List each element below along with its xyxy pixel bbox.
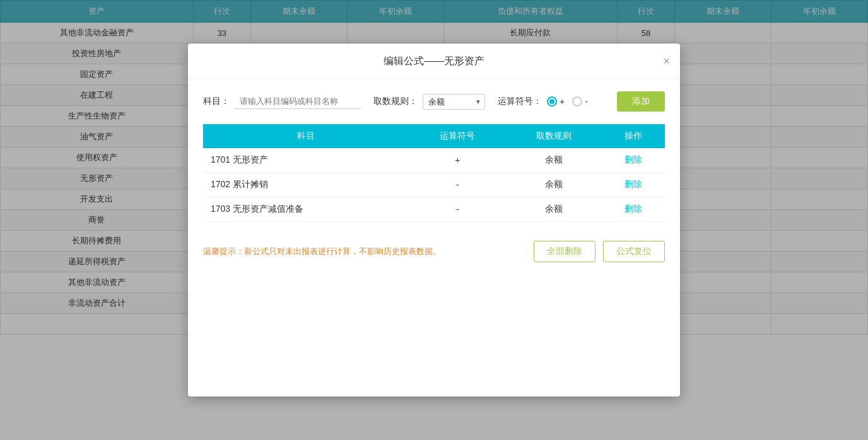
minus-radio-label: - — [585, 96, 588, 107]
formula-column-header: 运算符号 — [409, 124, 506, 148]
data-table-container: 科目运算符号取数规则操作 1701 无形资产+余额删除1702 累计摊销-余额删… — [203, 124, 665, 222]
delete-row-button[interactable]: 删除 — [625, 154, 642, 166]
rule-select-wrapper: 余额 借方发生额 贷方发生额 — [423, 94, 485, 110]
formula-action-cell: 删除 — [602, 173, 665, 197]
modal-dialog: 编辑公式——无形资产 × 科目： 取数规则： 余额 借方发生额 贷方发生额 — [188, 43, 680, 397]
formula-table: 科目运算符号取数规则操作 1701 无形资产+余额删除1702 累计摊销-余额删… — [203, 124, 665, 222]
rule-select[interactable]: 余额 借方发生额 贷方发生额 — [423, 94, 485, 110]
rule-label: 取数规则： — [373, 96, 418, 107]
operator-plus-radio[interactable]: + — [547, 96, 565, 107]
subject-label: 科目： — [203, 96, 230, 107]
minus-radio-circle — [572, 96, 582, 107]
footer-tip: 温馨提示：新公式只对未出报表进行计算，不影响历史报表数据。 — [203, 246, 441, 257]
formula-rule-cell: 余额 — [506, 148, 602, 173]
delete-all-button[interactable]: 全部删除 — [534, 241, 595, 262]
operator-radio-group: + - — [547, 96, 588, 107]
formula-operator-cell: + — [409, 148, 506, 173]
operator-minus-radio[interactable]: - — [572, 96, 588, 107]
plus-radio-circle — [547, 96, 557, 107]
footer-tip-text: 温馨提示：新公式只对未出报表进行计算，不影响历史报表数据。 — [203, 246, 441, 256]
formula-row: 1701 无形资产+余额删除 — [203, 148, 665, 173]
formula-table-body: 1701 无形资产+余额删除1702 累计摊销-余额删除1703 无形资产减值准… — [203, 148, 665, 222]
formula-row: 1702 累计摊销-余额删除 — [203, 173, 665, 197]
modal-title: 编辑公式——无形资产 — [384, 55, 484, 68]
rule-field-group: 取数规则： 余额 借方发生额 贷方发生额 — [373, 94, 485, 110]
formula-action-cell: 删除 — [602, 148, 665, 173]
add-button[interactable]: 添加 — [617, 91, 665, 112]
delete-row-button[interactable]: 删除 — [625, 204, 642, 215]
operator-label: 运算符号： — [498, 96, 542, 107]
delete-row-button[interactable]: 删除 — [625, 179, 642, 190]
modal-header: 编辑公式——无形资产 × — [188, 43, 680, 79]
footer-buttons: 全部删除 公式复位 — [534, 241, 665, 262]
subject-input[interactable] — [235, 94, 361, 109]
operator-field-group: 运算符号： + - — [498, 96, 588, 107]
formula-column-header: 取数规则 — [506, 124, 602, 148]
formula-subject-cell: 1701 无形资产 — [203, 148, 409, 173]
formula-table-header: 科目运算符号取数规则操作 — [203, 124, 665, 148]
formula-action-cell: 删除 — [602, 197, 665, 222]
formula-operator-cell: - — [409, 197, 506, 222]
formula-column-header: 科目 — [203, 124, 409, 148]
close-icon[interactable]: × — [663, 55, 670, 67]
formula-operator-cell: - — [409, 173, 506, 197]
modal-overlay: 编辑公式——无形资产 × 科目： 取数规则： 余额 借方发生额 贷方发生额 — [0, 0, 868, 440]
plus-radio-label: + — [560, 96, 565, 107]
formula-rule-cell: 余额 — [506, 173, 602, 197]
formula-subject-cell: 1703 无形资产减值准备 — [203, 197, 409, 222]
subject-field-group: 科目： — [203, 94, 361, 109]
formula-subject-cell: 1702 累计摊销 — [203, 173, 409, 197]
formula-row: 1703 无形资产减值准备-余额删除 — [203, 197, 665, 222]
form-row: 科目： 取数规则： 余额 借方发生额 贷方发生额 运算符号： — [188, 79, 680, 124]
reset-formula-button[interactable]: 公式复位 — [603, 241, 665, 262]
formula-column-header: 操作 — [602, 124, 665, 148]
modal-footer: 温馨提示：新公式只对未出报表进行计算，不影响历史报表数据。 全部删除 公式复位 — [188, 228, 680, 269]
formula-rule-cell: 余额 — [506, 197, 602, 222]
